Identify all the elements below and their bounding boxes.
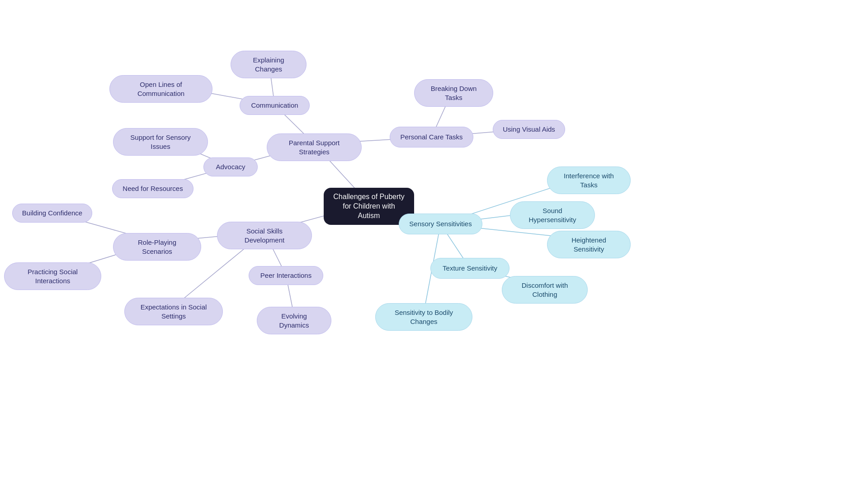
node-open_lines[interactable]: Open Lines of Communication <box>109 75 212 103</box>
node-breaking_down[interactable]: Breaking Down Tasks <box>414 79 493 107</box>
node-label-interference_tasks: Interference with Tasks <box>557 171 621 189</box>
node-label-discomfort_clothing: Discomfort with Clothing <box>511 281 578 299</box>
node-support_sensory[interactable]: Support for Sensory Issues <box>113 128 208 156</box>
node-label-explaining_changes: Explaining Changes <box>240 56 297 73</box>
node-label-center: Challenges of Puberty for Children with … <box>333 192 405 220</box>
node-label-evolving_dynamics: Evolving Dynamics <box>266 312 322 329</box>
node-heightened_sensitivity[interactable]: Heightened Sensitivity <box>547 231 631 258</box>
node-sensory_sensitivities[interactable]: Sensory Sensitivities <box>399 214 482 234</box>
node-interference_tasks[interactable]: Interference with Tasks <box>547 167 631 194</box>
node-label-using_visual: Using Visual Aids <box>503 125 555 134</box>
node-label-role_playing: Role-Playing Scenarios <box>123 238 192 256</box>
node-parental_support[interactable]: Parental Support Strategies <box>267 133 362 161</box>
node-personal_care[interactable]: Personal Care Tasks <box>390 127 473 147</box>
node-label-breaking_down: Breaking Down Tasks <box>424 84 484 102</box>
node-label-parental_support: Parental Support Strategies <box>276 138 352 156</box>
mindmap-container: Challenges of Puberty for Children with … <box>0 0 868 490</box>
node-label-building_confidence: Building Confidence <box>22 209 82 218</box>
node-label-texture_sensitivity: Texture Sensitivity <box>443 264 497 273</box>
node-label-sensory_sensitivities: Sensory Sensitivities <box>409 219 472 228</box>
node-label-expectations_social: Expectations in Social Settings <box>134 303 213 320</box>
node-using_visual[interactable]: Using Visual Aids <box>493 120 565 139</box>
node-label-sensitivity_bodily: Sensitivity to Bodily Changes <box>385 308 463 326</box>
node-expectations_social[interactable]: Expectations in Social Settings <box>124 298 223 325</box>
node-need_resources[interactable]: Need for Resources <box>112 179 193 198</box>
node-building_confidence[interactable]: Building Confidence <box>12 204 92 223</box>
node-advocacy[interactable]: Advocacy <box>203 157 258 176</box>
node-communication[interactable]: Communication <box>240 96 310 115</box>
node-sound_hyper[interactable]: Sound Hypersensitivity <box>510 201 595 229</box>
node-label-heightened_sensitivity: Heightened Sensitivity <box>557 236 621 253</box>
node-label-practicing_social: Practicing Social Interactions <box>14 267 92 285</box>
node-social_skills[interactable]: Social Skills Development <box>217 222 312 249</box>
node-evolving_dynamics[interactable]: Evolving Dynamics <box>257 307 331 334</box>
node-role_playing[interactable]: Role-Playing Scenarios <box>113 233 201 261</box>
node-sensitivity_bodily[interactable]: Sensitivity to Bodily Changes <box>375 303 472 331</box>
node-label-support_sensory: Support for Sensory Issues <box>123 133 198 151</box>
node-peer_interactions[interactable]: Peer Interactions <box>249 266 323 285</box>
node-label-need_resources: Need for Resources <box>123 184 183 193</box>
node-explaining_changes[interactable]: Explaining Changes <box>231 51 307 78</box>
node-label-communication: Communication <box>251 101 298 110</box>
node-label-peer_interactions: Peer Interactions <box>260 271 311 280</box>
node-label-social_skills: Social Skills Development <box>226 227 302 244</box>
node-label-personal_care: Personal Care Tasks <box>400 133 462 142</box>
node-label-open_lines: Open Lines of Communication <box>119 80 203 98</box>
node-texture_sensitivity[interactable]: Texture Sensitivity <box>430 258 509 279</box>
node-practicing_social[interactable]: Practicing Social Interactions <box>4 262 101 290</box>
node-discomfort_clothing[interactable]: Discomfort with Clothing <box>502 276 588 304</box>
node-label-sound_hyper: Sound Hypersensitivity <box>519 206 585 224</box>
node-label-advocacy: Advocacy <box>216 162 245 171</box>
